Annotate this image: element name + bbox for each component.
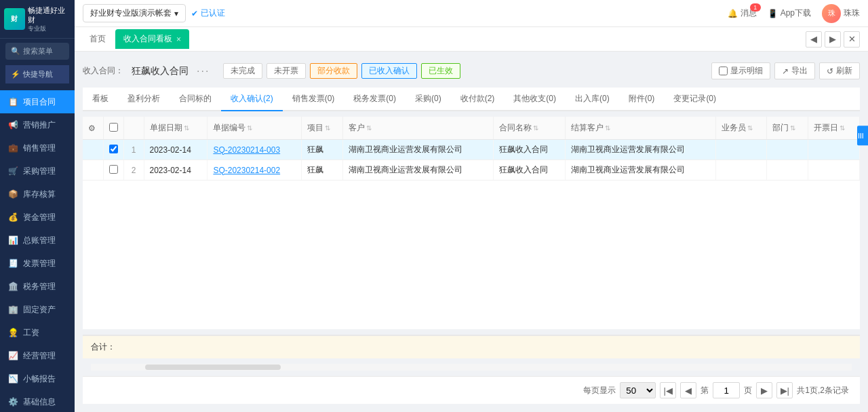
row-checkbox-1[interactable] <box>109 145 118 153</box>
sidebar-item-sales[interactable]: 💼 销售管理 <box>0 136 75 160</box>
tab-close-button[interactable]: ✕ <box>844 31 860 48</box>
sidebar-item-basic[interactable]: ⚙️ 基础信息 <box>0 390 75 412</box>
sidebar-item-business[interactable]: 📈 经营管理 <box>0 344 75 367</box>
th-contract-name[interactable]: 合同名称 ⇅ <box>493 117 566 140</box>
td-rownum-2: 2 <box>123 160 144 181</box>
select-all-checkbox[interactable] <box>109 123 118 132</box>
marketing-icon: 📢 <box>7 119 19 131</box>
th-salesperson[interactable]: 业务员 ⇅ <box>715 117 766 140</box>
tab-prev-button[interactable]: ◀ <box>806 31 822 48</box>
user-avatar: 珠 <box>822 4 841 23</box>
sidebar-item-asset[interactable]: 🏢 固定资产 <box>0 298 75 321</box>
th-date[interactable]: 单据日期 ⇅ <box>144 117 208 140</box>
subtab-purchase[interactable]: 采购(0) <box>406 88 451 111</box>
active-tab[interactable]: 收入合同看板 × <box>115 29 189 49</box>
subtab-warehouse[interactable]: 出入库(0) <box>566 88 619 111</box>
settings-icon[interactable]: ⚙ <box>88 124 96 133</box>
last-page-button[interactable]: ▶| <box>776 382 793 398</box>
sort-contract-icon: ⇅ <box>533 124 538 132</box>
td-settlement-1: 湖南卫视商业运营发展有限公司 <box>566 140 716 160</box>
td-number-2: SQ-20230214-002 <box>208 160 302 181</box>
topbar: 好业财专业版演示帐套 ▾ ✔ 已认证 🔔 消息 1 📱 App下载 珠 珠珠 <box>75 0 868 27</box>
status-incomplete[interactable]: 未完成 <box>223 63 262 79</box>
status-partial-receipt[interactable]: 部分收款 <box>310 63 357 79</box>
status-uninvoiced[interactable]: 未开票 <box>267 63 306 79</box>
sidebar-item-report[interactable]: 📉 小畅报告 <box>0 367 75 390</box>
export-icon: ↗ <box>782 67 789 76</box>
th-customer[interactable]: 客户 ⇅ <box>343 117 494 140</box>
sidebar-item-general[interactable]: 📊 总账管理 <box>0 229 75 252</box>
link-number-1[interactable]: SQ-20230214-003 <box>213 145 280 155</box>
tab-next-button[interactable]: ▶ <box>825 31 841 48</box>
td-customer-2: 湖南卫视商业运营发展有限公司 <box>343 160 494 181</box>
sales-icon: 💼 <box>7 142 19 154</box>
report-icon: 📉 <box>7 373 19 385</box>
show-detail-checkbox[interactable] <box>719 67 728 75</box>
sidebar-item-hr[interactable]: 👷 工资 <box>0 321 75 344</box>
prev-page-button[interactable]: ◀ <box>680 382 696 398</box>
subtab-sales-invoice[interactable]: 销售发票(0) <box>283 88 344 111</box>
certified-badge: ✔ 已认证 <box>191 7 225 19</box>
sidebar-item-tax[interactable]: 🏛️ 税务管理 <box>0 275 75 298</box>
td-rownum-1: 1 <box>123 140 144 160</box>
td-department-2 <box>767 160 808 181</box>
subtab-other-receipt[interactable]: 其他收支(0) <box>504 88 566 111</box>
user-avatar-area[interactable]: 珠 珠珠 <box>822 4 860 23</box>
search-menu-button[interactable]: 🔍 搜索菜单 <box>5 43 69 60</box>
table-row[interactable]: 2 2023-02-14 SQ-20230214-002 狂飙 湖南卫视商业运营… <box>83 160 860 181</box>
link-number-2[interactable]: SQ-20230214-002 <box>213 166 280 175</box>
status-confirmed[interactable]: 已收入确认 <box>361 63 417 79</box>
th-number[interactable]: 单据编号 ⇅ <box>208 117 302 140</box>
show-detail-button[interactable]: 显示明细 <box>711 62 770 79</box>
per-page-select[interactable]: 50 100 200 <box>620 382 656 398</box>
th-project[interactable]: 项目 ⇅ <box>302 117 343 140</box>
quick-nav-button[interactable]: ⚡ 快捷导航 <box>5 65 69 83</box>
scroll-thumb[interactable] <box>145 364 281 370</box>
th-settlement-customer[interactable]: 结算客户 ⇅ <box>566 117 716 140</box>
next-page-button[interactable]: ▶ <box>756 382 772 398</box>
right-panel-toggle[interactable]: ≡ <box>857 126 868 145</box>
invoice-icon: 🧾 <box>7 257 19 269</box>
subtab-attachment[interactable]: 附件(0) <box>619 88 665 111</box>
close-tab-button[interactable]: × <box>176 35 181 44</box>
status-effective[interactable]: 已生效 <box>421 63 460 79</box>
header-actions: 显示明细 ↗ 导出 ↺ 刷新 <box>711 62 860 79</box>
subtab-income-confirm[interactable]: 收入确认(2) <box>221 88 283 111</box>
project-icon: 📋 <box>7 96 19 108</box>
sidebar-item-invoice[interactable]: 🧾 发票管理 <box>0 252 75 275</box>
td-settings-2 <box>83 160 103 181</box>
lightning-icon: ⚡ <box>11 70 20 79</box>
chevron-down-icon: ▾ <box>174 9 178 18</box>
notifications-button[interactable]: 🔔 消息 1 <box>728 7 757 19</box>
sidebar-item-marketing[interactable]: 📢 营销推广 <box>0 113 75 136</box>
more-options-button[interactable]: ··· <box>197 65 210 77</box>
subtab-contract-standard[interactable]: 合同标的 <box>170 88 221 111</box>
row-checkbox-2[interactable] <box>109 165 118 174</box>
th-department[interactable]: 部门 ⇅ <box>767 117 808 140</box>
horizontal-scrollbar[interactable] <box>91 364 852 371</box>
th-checkbox <box>103 117 123 140</box>
sidebar-item-finance[interactable]: 💰 资金管理 <box>0 206 75 229</box>
subtab-change-log[interactable]: 变更记录(0) <box>664 88 726 111</box>
sidebar-item-inventory[interactable]: 📦 库存核算 <box>0 183 75 206</box>
subtab-board[interactable]: 看板 <box>83 88 118 111</box>
th-invoice-date[interactable]: 开票日 ⇅ <box>808 117 860 140</box>
company-selector[interactable]: 好业财专业版演示帐套 ▾ <box>83 4 186 22</box>
td-project-1: 狂飙 <box>302 140 343 160</box>
sidebar-item-purchase[interactable]: 🛒 采购管理 <box>0 160 75 183</box>
sidebar-item-project[interactable]: 📋 项目合同 <box>0 90 75 113</box>
td-settings-1 <box>83 140 103 160</box>
home-tab[interactable]: 首页 <box>83 29 113 49</box>
subtab-profit[interactable]: 盈利分析 <box>118 88 170 111</box>
content-area: 收入合同： 狂飙收入合同 ··· 未完成 未开票 部分收款 已收入确认 已生效 … <box>75 52 868 412</box>
page-number-input[interactable] <box>713 382 740 398</box>
table-row[interactable]: 1 2023-02-14 SQ-20230214-003 狂飙 湖南卫视商业运营… <box>83 140 860 160</box>
export-button[interactable]: ↗ 导出 <box>774 62 815 79</box>
first-page-button[interactable]: |◀ <box>660 382 676 398</box>
subtab-receipt[interactable]: 收付款(2) <box>451 88 505 111</box>
refresh-button[interactable]: ↺ 刷新 <box>819 62 860 79</box>
total-row: 合计： <box>83 335 860 358</box>
app-download-button[interactable]: 📱 App下载 <box>768 7 811 19</box>
subtab-tax-invoice[interactable]: 税务发票(0) <box>344 88 406 111</box>
td-salesperson-2 <box>715 160 766 181</box>
